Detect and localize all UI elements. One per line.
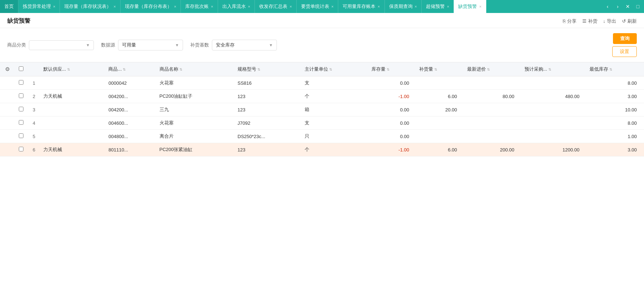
select-all-checkbox[interactable] [19,66,23,71]
cell-code-5: 801110... [105,143,156,156]
th-latest-price[interactable]: 最新进价⇅ [464,62,522,76]
data-table: ⚙ 默认供应...⇅ 商品...⇅ 商品名称⇅ 规格型号⇅ 主计量单位⇅ 库存量… [0,62,644,156]
setting-button[interactable]: 设置 [612,46,637,57]
tab-close-6[interactable]: × [290,4,292,9]
replenish-base-arrow-icon: ▼ [269,43,273,47]
th-checkbox[interactable] [14,62,27,76]
cell-name-3: 火花塞 [157,116,235,130]
tab-item-0[interactable]: 首页 [0,0,18,13]
cell-checkbox-5[interactable] [14,143,27,156]
replenish-action[interactable]: ☰ 补货 [582,18,597,25]
tab-close-5[interactable]: × [248,4,250,9]
tab-next-btn[interactable]: › [613,2,622,11]
tab-close-btn[interactable]: ✕ [623,2,632,11]
cell-name-5: PC200张紧油缸 [157,143,235,156]
category-value [33,43,86,48]
cell-index-4: 5 [27,130,40,143]
query-button[interactable]: 查询 [613,33,637,44]
cell-latest-price-5: 200.00 [464,143,522,156]
cell-min-stock-1: 3.00 [587,90,644,103]
tab-item-1[interactable]: 拣货异常处理× [18,0,60,13]
cell-supplier-3 [40,116,105,130]
tab-close-11[interactable]: × [479,4,481,9]
table-row: 2 力天机械 004200... PC200油缸缸子 123 个 -1.00 6… [0,90,644,103]
table-row: 4 004600... 火花塞 J7092 支 0.00 8.00 [0,116,644,130]
row-checkbox-4[interactable] [19,133,23,138]
cell-index-5: 6 [27,143,40,156]
category-select[interactable]: ▼ [29,40,94,50]
tab-item-6[interactable]: 收发存汇总表× [255,0,296,13]
tab-label-10: 超储预警 [426,3,445,10]
tab-item-2[interactable]: 现存量（库存状况表）× [60,0,120,13]
th-replenish[interactable]: 补货量⇅ [416,62,464,76]
tab-close-10[interactable]: × [447,4,449,9]
share-icon: ⎘ [563,18,566,24]
cell-checkbox-4[interactable] [14,130,27,143]
th-code[interactable]: 商品...⇅ [105,62,156,76]
tab-close-4[interactable]: × [211,4,213,9]
row-checkbox-1[interactable] [19,93,23,98]
cell-checkbox-1[interactable] [14,90,27,103]
row-checkbox-0[interactable] [19,80,23,85]
table-row: 1 0000042 火花塞 SS816 支 0.00 8.00 [0,76,644,90]
cell-checkbox-3[interactable] [14,116,27,130]
th-settings[interactable]: ⚙ [0,62,14,76]
tab-prev-btn[interactable]: ‹ [603,2,612,11]
cell-settings-1 [0,90,14,103]
cell-min-stock-2: 10.00 [587,103,644,116]
tab-item-4[interactable]: 库存批次账× [181,0,218,13]
tab-item-8[interactable]: 可用量库存账本× [338,0,384,13]
tab-maximize-btn[interactable]: □ [633,2,643,11]
export-action[interactable]: ↓ 导出 [603,18,617,25]
table-row: 6 力天机械 801110... PC200张紧油缸 123 个 -1.00 6… [0,143,644,156]
cell-settings-2 [0,103,14,116]
cell-spec-3: J7092 [235,116,302,130]
tab-item-9[interactable]: 保质期查询× [385,0,422,13]
tab-close-8[interactable]: × [378,4,380,9]
th-name[interactable]: 商品名称⇅ [157,62,235,76]
datasource-select[interactable]: 可用量 ▼ [118,40,183,50]
cell-latest-price-2 [464,103,522,116]
filter-replenish-group: 补货基数 安全库存 ▼ [190,40,277,50]
gear-icon[interactable]: ⚙ [5,66,10,72]
refresh-icon: ↺ [622,18,626,24]
filter-category-group: 商品分类 ▼ [7,40,94,50]
tab-close-2[interactable]: × [113,4,116,9]
cell-stock-0: 0.00 [369,76,417,90]
th-spec[interactable]: 规格型号⇅ [235,62,302,76]
cell-checkbox-2[interactable] [14,103,27,116]
tab-close-9[interactable]: × [415,4,417,9]
share-action[interactable]: ⎘ 分享 [563,18,576,25]
cell-unit-2: 箱 [302,103,369,116]
th-stock-label: 库存量 [371,66,386,72]
row-checkbox-2[interactable] [19,107,23,111]
tab-close-1[interactable]: × [53,4,55,9]
tab-item-11[interactable]: 缺货预警× [454,0,486,13]
th-unit[interactable]: 主计量单位⇅ [302,62,369,76]
share-label: 分享 [567,18,576,25]
th-spec-label: 规格型号 [238,66,256,72]
tab-close-7[interactable]: × [331,4,334,9]
filter-datasource-group: 数据源 可用量 ▼ [101,40,183,50]
tab-item-5[interactable]: 出入库流水× [218,0,255,13]
tab-item-3[interactable]: 现存量（库存分布表）× [121,0,181,13]
th-min-stock[interactable]: 最低库存⇅ [587,62,644,76]
replenish-base-select[interactable]: 安全库存 ▼ [212,40,277,50]
th-supplier[interactable]: 默认供应...⇅ [40,62,105,76]
cell-spec-4: DS250*23c... [235,130,302,143]
tab-label-7: 要货单统计表 [301,3,329,10]
th-stock[interactable]: 库存量⇅ [369,62,417,76]
tab-label-2: 现存量（库存状况表） [64,3,111,10]
row-checkbox-3[interactable] [19,120,23,125]
th-est-purchase[interactable]: 预计采购...⇅ [522,62,587,76]
refresh-action[interactable]: ↺ 刷新 [622,18,637,25]
row-checkbox-5[interactable] [19,147,23,151]
th-code-label: 商品... [108,66,122,72]
cell-stock-5: -1.00 [369,143,417,156]
cell-checkbox-0[interactable] [14,76,27,90]
tab-item-10[interactable]: 超储预警× [422,0,454,13]
tab-item-7[interactable]: 要货单统计表× [297,0,338,13]
cell-supplier-2 [40,103,105,116]
tab-close-3[interactable]: × [174,4,176,9]
cell-index-0: 1 [27,76,40,90]
